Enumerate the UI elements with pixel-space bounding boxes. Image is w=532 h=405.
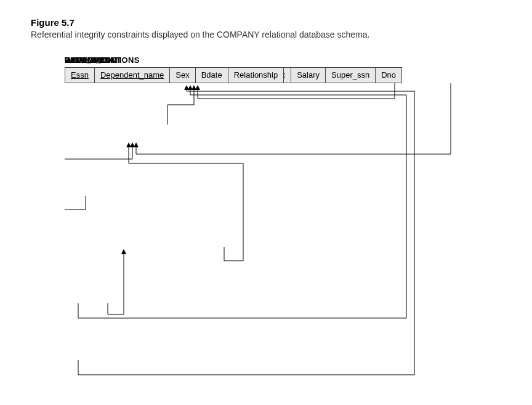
col-dno: Dno	[375, 67, 402, 83]
figure-caption: Referential integrity constraints displa…	[31, 30, 532, 39]
col-dep-relationship: Relationship	[228, 67, 284, 83]
col-dep-essn: Essn	[65, 67, 95, 83]
table-dependent: DEPENDENT Essn Dependent_name Sex Bdate …	[65, 55, 284, 83]
col-dependent-name: Dependent_name	[94, 67, 170, 83]
col-dep-sex: Sex	[169, 67, 195, 83]
col-salary: Salary	[291, 67, 326, 83]
table-dependent-name: DEPENDENT	[65, 55, 284, 65]
col-super-ssn: Super_ssn	[325, 67, 376, 83]
col-dep-bdate: Bdate	[195, 67, 228, 83]
ref-integrity-arrows	[65, 55, 532, 401]
figure-number: Figure 5.7	[31, 17, 532, 28]
